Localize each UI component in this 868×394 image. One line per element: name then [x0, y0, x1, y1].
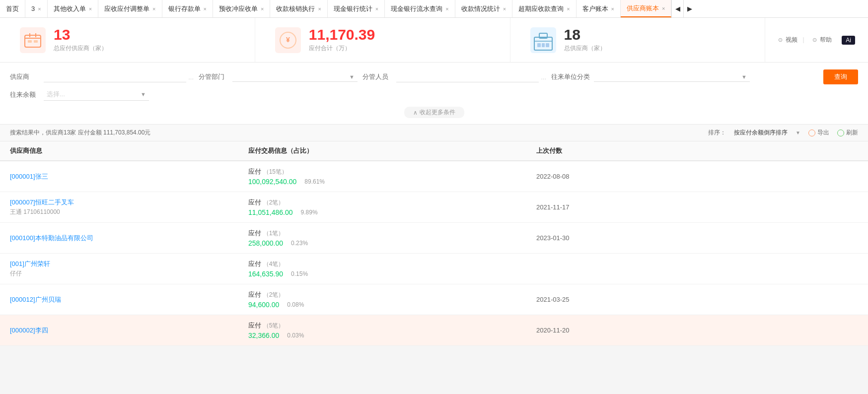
- summary-content-total-suppliers: 18 总供应商（家）: [564, 27, 606, 53]
- table-row: [000100]本特勤油品有限公司 应付 （1笔） 258,000.00 0.2…: [0, 223, 868, 254]
- last-pay-5: 2020-11-20: [536, 327, 858, 334]
- close-tab-ar-ap-adjust[interactable]: ×: [152, 6, 155, 12]
- summary-bar: 13 总应付供应商（家） ¥ 11,170.39 应付合计（万）: [0, 18, 868, 63]
- filter-row-2: 往来余额 选择... ▼: [10, 88, 858, 101]
- supplier-info-5: [000002]李四: [10, 326, 248, 335]
- nav-prev-arrow[interactable]: ◀: [671, 0, 683, 18]
- txn-label-3: 应付 （4笔）: [248, 260, 536, 268]
- summary-content-payable-suppliers: 13 总应付供应商（家）: [54, 27, 107, 53]
- sort-value[interactable]: 按应付余额倒序排序: [734, 129, 788, 137]
- export-button[interactable]: 导出: [808, 129, 829, 137]
- nav-tab-bank-deposit[interactable]: 银行存款单 ×: [162, 0, 213, 17]
- supplier-link-2[interactable]: [000100]本特勤油品有限公司: [10, 234, 93, 242]
- txn-amount-0: 100,092,540.00: [248, 178, 296, 186]
- nav-tab-3[interactable]: 3 ×: [25, 0, 48, 17]
- summary-card-payable-amount: ¥ 11,170.39 应付合计（万）: [255, 18, 510, 62]
- last-pay-1: 2021-11-17: [536, 203, 858, 211]
- nav-tab-ar-ap-adjust[interactable]: 应收应付调整单 ×: [98, 0, 162, 17]
- nav-tab-supplier-book[interactable]: 供应商账本 ×: [621, 0, 671, 17]
- svg-rect-13: [537, 43, 541, 47]
- supplier-link-3[interactable]: [001]广州荣轩: [10, 260, 50, 267]
- close-tab-cash-bank-flow[interactable]: ×: [445, 6, 448, 12]
- collapse-bar: ∧ 收起更多条件: [10, 105, 858, 119]
- filter-area: 供应商 ... 分管部门 ▼ 分管人员 ... 往来单位分类 ▼ 查询: [0, 63, 868, 125]
- transaction-info-4: 应付 （2笔） 94,600.00 0.08%: [248, 290, 536, 309]
- refresh-label: 刷新: [846, 129, 858, 137]
- close-tab-receipt-verify[interactable]: ×: [318, 6, 321, 12]
- dept-arrow-icon: ▼: [349, 74, 355, 80]
- category-filter-label: 往来单位分类: [551, 72, 590, 81]
- nav-tab-receipt-verify[interactable]: 收款核销执行 ×: [270, 0, 327, 17]
- close-tab-bank-deposit[interactable]: ×: [204, 6, 207, 12]
- table-header: 供应商信息 应付交易信息（占比） 上次付数: [0, 141, 868, 161]
- txn-amount-4: 94,600.00: [248, 301, 279, 309]
- nav-tab-pre-receive-label: 预收冲应收单: [219, 4, 258, 13]
- refresh-icon: [837, 130, 844, 136]
- close-tab-cash-bank-stat[interactable]: ×: [375, 6, 378, 12]
- svg-rect-3: [28, 40, 32, 43]
- category-arrow-icon: ▼: [741, 74, 747, 80]
- nav-tab-pre-receive[interactable]: 预收冲应收单 ×: [213, 0, 270, 17]
- filter-person: 分管人员 ...: [362, 71, 546, 82]
- svg-rect-14: [542, 43, 545, 47]
- nav-tab-receipt-stat-label: 收款情况统计: [461, 4, 500, 13]
- top-navigation: 首页 3 × 其他收入单 × 应收应付调整单 × 银行存款单 × 预收冲应收单 …: [0, 0, 868, 18]
- last-pay-4: 2021-03-25: [536, 296, 858, 303]
- close-tab-other-income[interactable]: ×: [89, 6, 92, 12]
- nav-tab-receipt-stat[interactable]: 收款情况统计 ×: [455, 0, 512, 17]
- sort-arrow-icon: ▼: [796, 130, 800, 135]
- help-link[interactable]: 帮助: [820, 36, 832, 44]
- txn-percent-1: 9.89%: [301, 209, 318, 216]
- sort-label: 排序：: [708, 129, 726, 137]
- nav-next-arrow[interactable]: ▶: [683, 0, 695, 18]
- query-button[interactable]: 查询: [823, 69, 858, 84]
- payable-suppliers-icon: [20, 27, 46, 53]
- table-row: [000002]李四 应付 （5笔） 32,366.00 0.03% 2020-…: [0, 315, 868, 346]
- collapse-button[interactable]: ∧ 收起更多条件: [404, 107, 464, 118]
- close-tab-3[interactable]: ×: [38, 6, 41, 12]
- txn-percent-2: 0.23%: [291, 240, 308, 247]
- nav-tab-overdue-ar[interactable]: 超期应收款查询 ×: [512, 0, 576, 17]
- nav-tab-ar-ap-adjust-label: 应收应付调整单: [104, 4, 149, 13]
- close-tab-supplier-book[interactable]: ×: [662, 5, 665, 11]
- supplier-link-5[interactable]: [000002]李四: [10, 327, 48, 334]
- summary-card-payable-suppliers: 13 总应付供应商（家）: [0, 18, 255, 62]
- supplier-input[interactable]: [44, 71, 186, 82]
- dept-filter-label: 分管部门: [199, 72, 228, 81]
- dept-select[interactable]: ▼: [232, 72, 358, 82]
- nav-tab-cash-bank-flow[interactable]: 现金银行流水查询 ×: [385, 0, 455, 17]
- person-input[interactable]: [396, 71, 539, 82]
- txn-label-4: 应付 （2笔）: [248, 290, 536, 299]
- help-links: ⊙ 视频 ｜ ⊙ 帮助 Ai: [765, 18, 868, 62]
- nav-tab-customer-book[interactable]: 客户账本 ×: [577, 0, 621, 17]
- balance-select[interactable]: 选择... ▼: [44, 88, 149, 101]
- close-tab-receipt-stat[interactable]: ×: [503, 6, 506, 12]
- category-select[interactable]: ▼: [594, 72, 750, 82]
- payable-amount-icon: ¥: [275, 27, 301, 53]
- nav-tab-home[interactable]: 首页: [0, 0, 25, 17]
- supplier-link-0[interactable]: [000001]张三: [10, 173, 48, 180]
- video-link[interactable]: 视频: [786, 36, 797, 44]
- col-header-lastpay: 上次付数: [536, 146, 858, 155]
- txn-percent-4: 0.08%: [287, 301, 304, 308]
- nav-tab-cash-bank-stat[interactable]: 现金银行统计 ×: [328, 0, 385, 17]
- close-tab-pre-receive[interactable]: ×: [261, 6, 264, 12]
- txn-amount-3: 164,635.90: [248, 270, 283, 278]
- supplier-link-1[interactable]: [000007]恒旺二手叉车: [10, 198, 74, 206]
- close-tab-overdue-ar[interactable]: ×: [567, 6, 570, 12]
- transaction-info-5: 应付 （5笔） 32,366.00 0.03%: [248, 321, 536, 339]
- svg-rect-15: [546, 43, 549, 47]
- ai-badge[interactable]: Ai: [842, 36, 855, 45]
- nav-tab-other-income[interactable]: 其他收入单 ×: [48, 0, 98, 17]
- close-tab-customer-book[interactable]: ×: [611, 6, 614, 12]
- supplier-input-dots: ...: [188, 73, 194, 81]
- payable-amount-label: 应付合计（万）: [309, 44, 375, 53]
- balance-filter-label: 往来余额: [10, 90, 40, 99]
- supplier-link-4[interactable]: [000012]广州贝瑞: [10, 296, 61, 303]
- txn-label-0: 应付 （15笔）: [248, 167, 536, 176]
- txn-amount-1: 11,051,486.00: [248, 208, 293, 216]
- supplier-info-1: [000007]恒旺二手叉车 王通 17106110000: [10, 198, 248, 216]
- refresh-button[interactable]: 刷新: [837, 129, 858, 137]
- nav-tab-cash-bank-flow-label: 现金银行流水查询: [391, 4, 442, 13]
- col-header-supplier: 供应商信息: [10, 146, 248, 155]
